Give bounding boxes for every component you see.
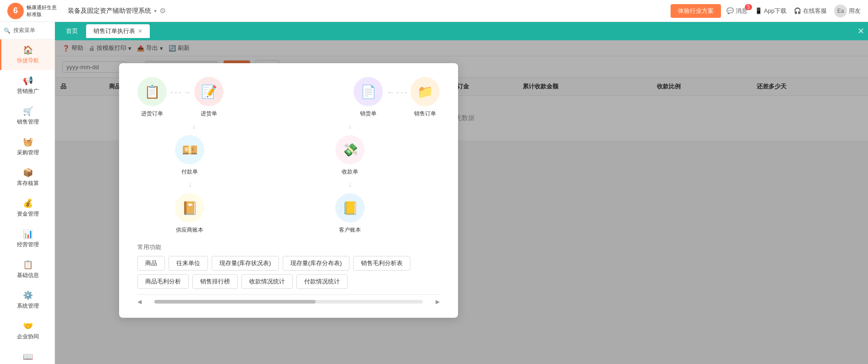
common-func-btn-2[interactable]: 现存量(库存状况表) <box>212 256 279 271</box>
flow-sales-order-orig[interactable]: 📁 销售订单 <box>410 77 440 118</box>
common-func-btn-0[interactable]: 商品 <box>137 256 165 271</box>
scroll-bar-area: ◀ ▶ <box>137 294 440 309</box>
sidebar: 🔍 搜索菜单 🏠 快捷导航 📢 营销推广 🛒 销售管理 🧺 采购管理 📦 <box>0 22 55 364</box>
message-icon: 💬 <box>726 7 734 14</box>
sidebar-item-label: 企业协同 <box>17 333 39 341</box>
sidebar-item-label: 库存核算 <box>17 179 39 187</box>
page-content: ❓ 帮助 🖨 按模板打印 ▾ 📤 导出 ▾ 🔄 <box>55 40 868 364</box>
marketing-icon: 📢 <box>23 76 33 86</box>
service-icon: 🎧 <box>794 7 801 14</box>
tab-bar-close-icon[interactable]: ✕ <box>857 26 864 36</box>
common-func-btn-1[interactable]: 往来单位 <box>169 256 208 271</box>
finance-icon: 💰 <box>23 198 33 208</box>
sidebar-item-sales[interactable]: 🛒 销售管理 <box>0 101 55 131</box>
sidebar-item-label: 营销推广 <box>17 87 39 95</box>
settings-icon[interactable]: ⚙ <box>159 6 166 15</box>
inventory-icon: 📦 <box>23 168 33 178</box>
message-badge: 5 <box>745 4 752 10</box>
sidebar-item-finance[interactable]: 💰 资金管理 <box>0 193 55 223</box>
avatar: Ea <box>834 5 847 17</box>
main-area: 🔍 搜索菜单 🏠 快捷导航 📢 营销推广 🛒 销售管理 🧺 采购管理 📦 <box>0 22 868 364</box>
flow-supplier-ledger[interactable]: 📔 供应商账本 <box>175 193 204 234</box>
sidebar-item-purchase[interactable]: 🧺 采购管理 <box>0 131 55 162</box>
scroll-right-arrow[interactable]: ▶ <box>436 299 440 305</box>
common-func-buttons: 商品往来单位现存量(库存状况表)现存量(库存分布表)销售毛利分析表商品毛利分析销… <box>137 256 440 289</box>
logo: 6 畅康通好生意 标准版 <box>7 3 62 19</box>
logo-icon: 6 <box>7 3 24 19</box>
tab-bar: 首页 销售订单执行表 ✕ ✕ <box>55 22 868 40</box>
sales-order-orig-circle: 📁 <box>410 77 440 106</box>
flow-sales-order-node[interactable]: 📄 销货单 <box>354 77 383 118</box>
common-func-btn-5[interactable]: 商品毛利分析 <box>137 274 189 289</box>
supplier-ledger-circle: 📔 <box>175 193 204 223</box>
flow-customer-ledger[interactable]: 📒 客户账本 <box>335 193 365 234</box>
common-func-btn-7[interactable]: 收款情况统计 <box>241 274 293 289</box>
sidebar-item-operations[interactable]: 📊 经营管理 <box>0 223 55 254</box>
sidebar-item-label: 快捷导航 <box>17 57 39 65</box>
user-menu-button[interactable]: Ea 用友 <box>834 5 861 17</box>
tab-close-icon[interactable]: ✕ <box>138 28 142 34</box>
top-bar: 6 畅康通好生意 标准版 装备及固定资产辅助管理系统 ▾ ⚙ 体验行业方案 💬 … <box>0 0 868 22</box>
sales-order-node-circle: 📄 <box>354 77 383 106</box>
common-functions: 常用功能 商品往来单位现存量(库存状况表)现存量(库存分布表)销售毛利分析表商品… <box>137 243 440 289</box>
system-title-area: 装备及固定资产辅助管理系统 ▾ ⚙ <box>68 6 665 15</box>
scroll-track[interactable] <box>154 300 423 304</box>
download-icon: 📱 <box>755 7 762 14</box>
sidebar-item-beginner[interactable]: 📖 新手引导 <box>0 346 55 364</box>
basic-info-icon: 📋 <box>23 260 33 270</box>
sidebar-item-label: 销售管理 <box>17 118 39 126</box>
system-icon: ⚙️ <box>23 290 33 300</box>
flow-receipt-order[interactable]: 💸 收款单 <box>335 135 365 176</box>
purchase-order-label: 进货订单 <box>141 110 163 118</box>
top-bar-right: 💬 消息 5 📱 App下载 🎧 在线客服 Ea 用友 <box>726 5 861 17</box>
common-func-btn-3[interactable]: 现存量(库存分布表) <box>283 256 350 271</box>
logo-text: 畅康通好生意 标准版 <box>27 4 57 17</box>
common-func-btn-4[interactable]: 销售毛利分析表 <box>353 256 410 271</box>
user-label: 用友 <box>849 7 861 15</box>
purchase-receipt-circle: 📝 <box>194 77 224 106</box>
sidebar-item-inventory[interactable]: 📦 库存核算 <box>0 162 55 193</box>
customer-ledger-circle: 📒 <box>335 193 365 223</box>
receipt-order-label: 收款单 <box>342 168 358 176</box>
tab-home[interactable]: 首页 <box>59 24 85 38</box>
sales-order-node-label: 销货单 <box>360 110 377 118</box>
purchase-receipt-label: 进货单 <box>201 110 217 118</box>
scroll-left-arrow[interactable]: ◀ <box>137 299 142 305</box>
purchase-icon: 🧺 <box>23 137 33 147</box>
flow-purchase-receipt[interactable]: 📝 进货单 <box>194 77 224 118</box>
common-func-title: 常用功能 <box>137 243 440 251</box>
supplier-ledger-label: 供应商账本 <box>176 226 203 234</box>
sales-icon: 🛒 <box>23 106 33 116</box>
flow-purchase-order[interactable]: 📋 进货订单 <box>137 77 167 118</box>
tab-sales-orders[interactable]: 销售订单执行表 ✕ <box>86 24 150 38</box>
online-service-button[interactable]: 🎧 在线客服 <box>794 7 827 15</box>
sidebar-item-system[interactable]: ⚙️ 系统管理 <box>0 285 55 315</box>
sales-order-orig-label: 销售订单 <box>414 110 436 118</box>
common-func-btn-6[interactable]: 销售排行榜 <box>192 274 238 289</box>
app-download-button[interactable]: 📱 App下载 <box>755 7 786 15</box>
message-button[interactable]: 💬 消息 5 <box>726 7 748 15</box>
sidebar-search[interactable]: 🔍 搜索菜单 <box>0 22 55 39</box>
search-label: 搜索菜单 <box>13 27 35 34</box>
common-func-btn-8[interactable]: 付款情况统计 <box>296 274 348 289</box>
flow-payment-order[interactable]: 💴 付款单 <box>175 135 204 176</box>
purchase-order-circle: 📋 <box>137 77 167 106</box>
sidebar-item-basic-info[interactable]: 📋 基础信息 <box>0 254 55 285</box>
tab-sales-orders-label: 销售订单执行表 <box>93 27 135 35</box>
sidebar-item-label: 经营管理 <box>17 241 39 249</box>
beginner-icon: 📖 <box>23 352 33 362</box>
system-title: 装备及固定资产辅助管理系统 <box>68 7 151 15</box>
trial-button[interactable]: 体验行业方案 <box>671 4 721 18</box>
payment-order-label: 付款单 <box>181 168 198 176</box>
sidebar-item-label: 系统管理 <box>17 302 39 310</box>
sidebar-item-label: 基础信息 <box>17 272 39 279</box>
search-icon: 🔍 <box>4 27 11 34</box>
enterprise-icon: 🤝 <box>23 321 33 331</box>
receipt-order-circle: 💸 <box>335 135 365 164</box>
sidebar-item-enterprise[interactable]: 🤝 企业协同 <box>0 315 55 346</box>
sidebar-item-quick-nav[interactable]: 🏠 快捷导航 <box>0 39 55 70</box>
sidebar-item-marketing[interactable]: 📢 营销推广 <box>0 70 55 101</box>
dropdown-arrow-icon[interactable]: ▾ <box>154 8 157 14</box>
quick-nav-icon: 🏠 <box>23 45 33 55</box>
sidebar-item-label: 采购管理 <box>17 149 39 157</box>
